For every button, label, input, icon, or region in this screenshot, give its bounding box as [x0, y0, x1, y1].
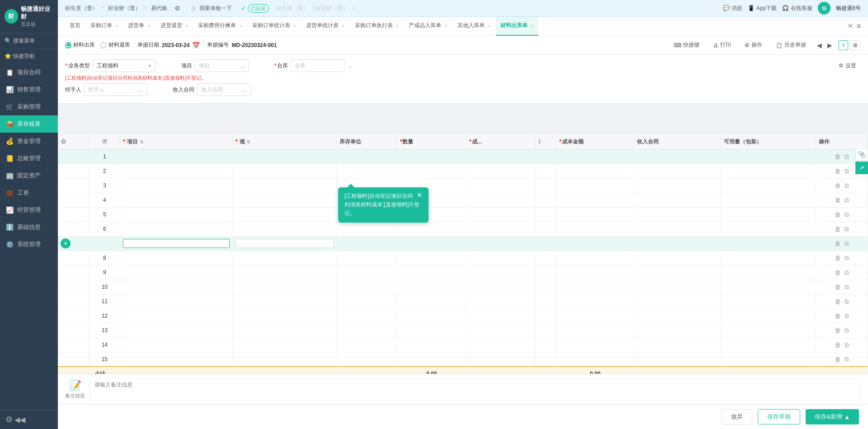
tab-settings-icon[interactable]: ≡ [857, 22, 861, 30]
collapse-icon[interactable]: ◀◀ [14, 415, 25, 424]
sidebar-item-baseinfo[interactable]: ℹ️ 基础信息 [0, 219, 58, 236]
tab-close[interactable]: × [444, 23, 447, 29]
sidebar-item-salary[interactable]: 💼 工资 [0, 184, 58, 201]
prev-arrow[interactable]: ◀ [815, 41, 824, 50]
row-spec[interactable] [233, 149, 337, 164]
income-contract-select[interactable]: 收入合同 ... [197, 83, 251, 96]
side-icon-export[interactable]: ↗ [855, 162, 868, 174]
copy-row-icon[interactable]: ⧉ [844, 167, 850, 176]
copy-row-icon[interactable]: ⧉ [844, 268, 850, 277]
message-btn[interactable]: 💬 消息 [723, 5, 742, 12]
tab-inbound-stats[interactable]: 进货单统计表× [302, 17, 349, 36]
tab-purchase-exec[interactable]: 采购订单执行表× [350, 17, 403, 36]
row-item[interactable] [120, 149, 233, 164]
sidebar-item-ledger[interactable]: 📒 总账管理 [0, 150, 58, 167]
tab-other-inbound[interactable]: 其他入库单× [453, 17, 495, 36]
tab-material-outbound[interactable]: 材料出库单 × [496, 17, 538, 36]
handler-select[interactable]: 经手人 ... [84, 83, 147, 96]
delete-row-icon[interactable]: 🗑 [834, 239, 842, 248]
history-btn[interactable]: 📋 历史单据 [771, 39, 811, 51]
add-spec-cell[interactable] [233, 236, 337, 251]
print-btn[interactable]: 🖨 打印 [708, 39, 736, 51]
copy-row-icon[interactable]: ⧉ [844, 195, 850, 205]
tooltip-close-btn[interactable]: ✕ [417, 192, 422, 198]
tab-purchase-order[interactable]: 采购订单× [86, 17, 123, 36]
add-item-cell[interactable] [120, 236, 233, 251]
side-icon-attach[interactable]: 📎 [855, 148, 868, 161]
add-row-btn[interactable]: + [61, 238, 71, 248]
next-arrow[interactable]: ▶ [826, 41, 834, 50]
delete-row-icon[interactable]: 🗑 [834, 195, 842, 205]
view-list-btn[interactable]: ≡ [839, 40, 848, 50]
tab-close[interactable]: × [185, 23, 188, 29]
tab-home[interactable]: 首页 [65, 17, 85, 36]
biz-type-select[interactable]: 工程领料 ▼ [93, 59, 156, 72]
shortcut-btn[interactable]: ⌨ 快捷键 [669, 39, 704, 51]
experience-text[interactable]: 我要体验一下 [199, 5, 232, 12]
sidebar-item-inventory[interactable]: 📦 库存核算 [0, 115, 58, 133]
delete-row-icon[interactable]: 🗑 [834, 311, 842, 320]
notes-input[interactable] [90, 378, 861, 400]
ann-tab-agency[interactable]: 易代账 [151, 5, 167, 12]
copy-row-icon[interactable]: ⧉ [844, 297, 850, 306]
app-download-btn[interactable]: 📱 App下载 [748, 5, 777, 12]
view-grid-btn[interactable]: ⊞ [850, 40, 861, 50]
col-spec[interactable]: * 规 ⇅ [233, 134, 337, 150]
form-settings-btn[interactable]: ⚙ 设置 [834, 60, 861, 72]
copy-row-icon[interactable]: ⧉ [844, 354, 850, 364]
spec-input[interactable] [236, 153, 334, 160]
save-draft-btn[interactable]: 保存草稿 [758, 409, 800, 424]
copy-row-icon[interactable]: ⧉ [844, 239, 850, 248]
copy-row-icon[interactable]: ⧉ [844, 152, 850, 162]
warehouse-select[interactable]: 合库 [291, 59, 345, 72]
sidebar-item-purchase[interactable]: 🛒 采购管理 [0, 98, 58, 115]
delete-row-icon[interactable]: 🗑 [834, 355, 842, 364]
delete-row-icon[interactable]: 🗑 [834, 181, 842, 190]
tab-close[interactable]: × [531, 23, 533, 29]
tab-close[interactable]: × [115, 23, 118, 29]
delete-row-icon[interactable]: 🗑 [834, 282, 842, 291]
delete-row-icon[interactable]: 🗑 [834, 167, 842, 176]
copy-row-icon[interactable]: ⧉ [844, 282, 850, 292]
sidebar-item-sales[interactable]: 📊 销售管理 [0, 81, 58, 98]
delete-row-icon[interactable]: 🗑 [834, 152, 842, 161]
add-spec-input[interactable] [236, 239, 334, 248]
sidebar-item-operations[interactable]: 📈 经营管理 [0, 201, 58, 219]
sort-icon[interactable]: ⇅ [246, 139, 250, 144]
copy-row-icon[interactable]: ⧉ [844, 326, 850, 335]
ann-tab-business[interactable]: 好生意（普） [65, 5, 98, 12]
tab-close[interactable]: × [293, 23, 296, 29]
tab-close[interactable]: × [239, 23, 242, 29]
copy-row-icon[interactable]: ⧉ [844, 253, 850, 263]
user-avatar[interactable]: 畅 [818, 2, 830, 14]
tab-inbound[interactable]: 进货单× [123, 17, 155, 36]
sidebar-item-finance[interactable]: 💰 资金管理 [0, 133, 58, 150]
sort-icon[interactable]: ⇅ [140, 139, 143, 144]
project-select[interactable]: 项目 ... [195, 59, 249, 72]
col-item[interactable]: * 项目 ⇅ [120, 134, 233, 150]
operation-btn[interactable]: ⚙ 操作 [740, 39, 767, 51]
item-input[interactable] [123, 153, 230, 160]
delete-row-icon[interactable]: 🗑 [834, 268, 842, 277]
radio-material-out[interactable]: 材料出库 [65, 41, 95, 49]
settings-icon[interactable]: ⚙ [5, 415, 13, 424]
tab-finished-goods[interactable]: 产成品入库单× [404, 17, 452, 36]
tab-close[interactable]: × [488, 23, 491, 29]
warehouse-link[interactable]: ... [348, 62, 352, 69]
save-new-btn[interactable]: 保存&新增 ▲ [806, 409, 859, 424]
add-item-input[interactable] [123, 239, 230, 248]
tab-inbound-return[interactable]: 进货退货× [156, 17, 193, 36]
copy-row-icon[interactable]: ⧉ [844, 181, 850, 191]
copy-row-icon[interactable]: ⧉ [844, 210, 850, 219]
copy-row-icon[interactable]: ⧉ [844, 224, 850, 234]
close-tab-icon[interactable]: ✕ [847, 22, 853, 30]
sidebar-item-project[interactable]: 📋 项目合同 [0, 64, 58, 81]
delete-row-icon[interactable]: 🗑 [834, 297, 842, 306]
tab-close[interactable]: × [342, 23, 344, 29]
copy-row-icon[interactable]: ⧉ [844, 340, 850, 350]
sidebar-item-assets[interactable]: 🏢 固定资产 [0, 167, 58, 184]
sidebar-item-system[interactable]: ⚙️ 系统管理 [0, 236, 58, 253]
tab-close[interactable]: × [396, 23, 399, 29]
delete-row-icon[interactable]: 🗑 [834, 224, 842, 234]
info-icon[interactable]: ℹ [538, 138, 541, 145]
